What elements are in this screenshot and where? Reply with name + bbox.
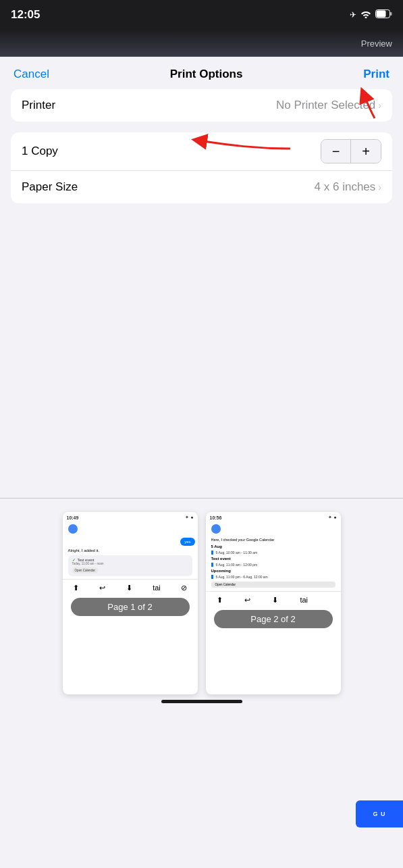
page-1-label: Page 1 of 2 <box>71 598 190 616</box>
mini-icons-2: ✦ ● <box>328 515 336 520</box>
print-options-sheet: Cancel Print Options Print Printer No Pr… <box>0 57 403 706</box>
cancel-button[interactable]: Cancel <box>14 68 49 81</box>
toolbar-icon-1c[interactable]: ⬇ <box>126 584 132 592</box>
mini-time-2: 10:56 <box>210 515 222 520</box>
copy-paper-card: 1 Copy − + Paper Size 4 x 6 inches › <box>11 132 392 203</box>
paper-size-value: 4 x 6 inches › <box>315 180 381 194</box>
mini-bubble-yes: yes <box>180 538 194 546</box>
increment-button[interactable]: + <box>351 140 381 163</box>
print-button[interactable]: Print <box>363 68 389 81</box>
status-icons: ✈ <box>350 9 392 20</box>
home-indicator <box>161 700 242 703</box>
mini-upcoming: Upcoming <box>209 567 338 574</box>
mini-status-1: 10:49 ✦ ● <box>63 512 198 521</box>
nav-bar: Cancel Print Options Print <box>0 57 403 89</box>
mini-text-added: Alright, I added it. <box>65 547 195 554</box>
copy-stepper: − + <box>321 139 381 163</box>
preview-label: Preview <box>361 39 392 49</box>
page-2-label: Page 2 of 2 <box>214 610 333 628</box>
paper-size-chevron: › <box>378 182 381 193</box>
mini-avatar-1 <box>68 524 78 534</box>
mini-cal-2: 5 Aug, 11:00 am - 12:00 pm <box>211 563 335 567</box>
printer-row[interactable]: Printer No Printer Selected › <box>11 89 392 122</box>
printer-label: Printer <box>22 99 55 112</box>
toolbar-icon-2c[interactable]: ⬇ <box>272 596 278 605</box>
mini-event-2-title: Test event <box>209 555 338 562</box>
toolbar-icon-1b[interactable]: ↩ <box>99 584 105 592</box>
preview-page-2[interactable]: 10:56 ✦ ● Here, I checked your Google Ca… <box>206 512 341 694</box>
battery-icon <box>375 9 392 20</box>
printer-chevron: › <box>378 100 381 111</box>
copy-row: 1 Copy − + <box>11 132 392 170</box>
toolbar-icon-2d[interactable]: tai <box>300 596 308 605</box>
paper-size-text: 4 x 6 inches <box>315 180 376 194</box>
paper-size-row[interactable]: Paper Size 4 x 6 inches › <box>11 170 392 203</box>
page-2-toolbar: ⬆ ↩ ⬇ tai <box>206 591 341 607</box>
preview-page-1[interactable]: 10:49 ✦ ● yes Alright, I added it. ✓ Tes… <box>63 512 198 694</box>
bg-preview-bar: Preview <box>0 30 403 57</box>
mini-event-time: Today, 11:00 am - noon <box>72 562 188 565</box>
printer-card: Printer No Printer Selected › <box>11 89 392 122</box>
mini-avatar-2 <box>211 524 221 534</box>
mini-cal-3: 5 Aug, 11:00 pm - 6 Aug, 12:00 am <box>211 575 335 579</box>
home-bar <box>0 694 403 706</box>
mini-status-2: 10:56 ✦ ● <box>206 512 341 521</box>
toolbar-icon-1e[interactable]: ⊘ <box>181 584 187 592</box>
mini-open-cal-2: Open Calendar <box>211 582 335 588</box>
decrement-button[interactable]: − <box>321 140 351 163</box>
empty-area <box>0 214 403 498</box>
toolbar-icon-2a[interactable]: ⬆ <box>217 596 223 605</box>
status-bar: 12:05 ✈ <box>0 0 403 30</box>
svg-rect-2 <box>390 12 392 16</box>
page-1-toolbar: ⬆ ↩ ⬇ tai ⊘ <box>63 579 198 595</box>
watermark-text: G U <box>373 811 385 817</box>
mini-time-1: 10:49 <box>67 515 79 520</box>
mini-chat-1: yes Alright, I added it. ✓ Test event To… <box>63 521 198 579</box>
toolbar-icon-1d[interactable]: tai <box>153 584 161 592</box>
watermark: G U <box>356 800 403 827</box>
toolbar-icon-2b[interactable]: ↩ <box>244 596 250 605</box>
mini-event-1: ✓ Test event Today, 11:00 am - noon Open… <box>68 555 192 576</box>
svg-rect-1 <box>377 11 386 18</box>
printer-value: No Printer Selected › <box>276 99 381 112</box>
no-printer-text: No Printer Selected <box>276 99 375 112</box>
mini-chat-2: Here, I checked your Google Calendar 5 A… <box>206 521 341 591</box>
copy-label: 1 Copy <box>22 145 58 158</box>
preview-area: 10:49 ✦ ● yes Alright, I added it. ✓ Tes… <box>0 499 403 694</box>
status-time: 12:05 <box>11 8 40 22</box>
mini-text-calendar: Here, I checked your Google Calendar <box>209 536 338 543</box>
toolbar-icon-1a[interactable]: ⬆ <box>73 584 79 592</box>
mini-cal-1: 5 Aug, 10:30 am - 11:30 am <box>211 551 335 555</box>
sheet-title: Print Options <box>170 68 243 81</box>
paper-size-label: Paper Size <box>22 180 78 194</box>
wifi-icon <box>360 10 371 20</box>
airplane-icon: ✈ <box>350 10 356 20</box>
mini-calendar-btn: Open Calendar <box>72 567 99 573</box>
mini-icons-1: ✦ ● <box>185 515 193 520</box>
mini-date-aug: 5 Aug <box>209 543 338 550</box>
